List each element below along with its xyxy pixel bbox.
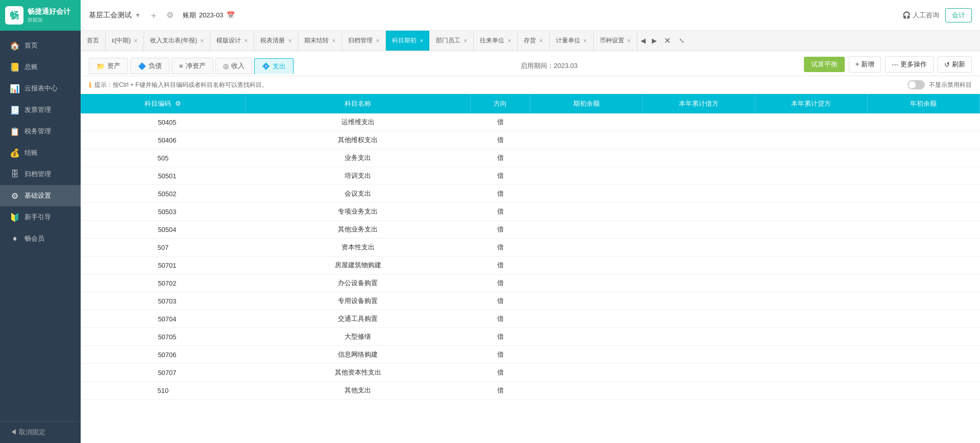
tab-archive_mgmt[interactable]: 归档管理× [342,31,386,51]
sidebar-item-ledger[interactable]: 📒 总账 [0,56,81,78]
company-selector[interactable]: 基层工会测试 ▼ [89,11,141,20]
cell-opening-15 [530,382,643,400]
more-button[interactable]: ⋯ 更多操作 [885,56,934,73]
cell-opening-13 [530,346,643,364]
cell-code-10: 50703 [81,292,246,310]
sidebar-item-invoice[interactable]: 🧾 发票管理 [0,99,81,121]
tab-close-unit[interactable]: × [583,37,587,44]
tab-tax[interactable]: 税表清册× [254,31,298,51]
tab-close-all[interactable]: ✕ [660,31,675,51]
tab-annual[interactable]: 收入支出表(年报)× [144,31,210,51]
gear-icon[interactable]: ⚙ [175,100,181,107]
balance-button[interactable]: 试算平衡 [804,57,845,72]
tab-close-tax[interactable]: × [288,37,291,44]
cell-code-1: 50406 [81,131,246,149]
sidebar-item-reports[interactable]: 📊 云报表中心 [0,78,81,99]
cell-name-2: 业务支出 [246,149,470,167]
refresh-icon: ↺ [944,61,950,68]
cell-name-5: 专项业务支出 [246,203,470,221]
cell-ytd-credit-8 [755,257,867,274]
cell-direction-13: 借 [470,346,530,364]
tab-close-archive_mgmt[interactable]: × [376,37,379,44]
tab-unit[interactable]: 计量单位× [550,31,594,51]
refresh-button[interactable]: ↺ 刷新 [938,56,972,73]
tab-close-dept[interactable]: × [463,37,467,44]
subtab-asset[interactable]: 📁 资产 [89,58,128,74]
subtab-net_asset[interactable]: ≡ 净资产 [172,58,213,74]
cell-ytd-credit-7 [755,239,867,257]
sidebar-item-closing[interactable]: 💰 结账 [0,142,81,164]
cell-ytd-debit-10 [643,292,755,310]
cell-name-3: 培训支出 [246,167,470,185]
cell-ytd-credit-6 [755,221,867,239]
tab-subject_init[interactable]: 科目期初× [386,31,430,51]
cell-year-open-9 [867,274,979,292]
tab-home[interactable]: 首页 [81,31,106,51]
closing-icon: 💰 [10,148,19,157]
cell-name-7: 资本性支出 [246,239,470,257]
tipbar-right: 不显示禁用科目 [908,80,972,89]
sidebar-item-guide[interactable]: 🔰 新手引导 [0,206,81,228]
sidebar-label-archive: 归档管理 [24,170,51,179]
cell-name-1: 其他维权支出 [246,131,470,149]
cell-code-14: 50707 [81,364,246,382]
tab-close-template[interactable]: × [244,37,248,44]
cell-year-open-5 [867,203,979,221]
tab-close-inventory[interactable]: × [539,37,543,44]
disable-toggle[interactable] [908,80,925,89]
cell-ytd-credit-12 [755,328,867,346]
main-area: 基层工会测试 ▼ ＋ ⚙ 账期 2023-03 📅 🎧 人工咨询 会计 首页ε(… [81,0,980,443]
subtab-label-net_asset: 净资产 [186,61,206,71]
cell-code-9: 50702 [81,274,246,292]
liability-tab-icon: 🔷 [138,62,146,70]
support-button[interactable]: 🎧 人工咨询 [902,11,939,20]
sidebar-item-tax[interactable]: 📋 税务管理 [0,121,81,142]
sidebar-item-home[interactable]: 🏠 首页 [0,35,81,56]
table-row: 50503 专项业务支出 借 [81,203,980,221]
sidebar-footer[interactable]: ◀ 取消固定 [0,421,81,443]
period-display: 账期 2023-03 📅 [183,11,235,20]
tab-mid[interactable]: ε(中期)× [106,31,144,51]
sidebar-item-settings[interactable]: ⚙ 基础设置 [0,185,81,206]
tab-close-partner[interactable]: × [507,37,511,44]
net_asset-tab-icon: ≡ [179,62,183,70]
tab-close-currency[interactable]: × [627,37,631,44]
tab-close-annual[interactable]: × [200,37,204,44]
user-role-button[interactable]: 会计 [945,8,972,22]
tab-label-annual: 收入支出表(年报) [150,36,197,45]
company-name: 基层工会测试 [89,11,132,20]
cell-name-0: 运维维支出 [246,113,470,131]
tab-expand[interactable]: ⤡ [675,31,689,51]
tab-close-subject_init[interactable]: × [420,37,423,44]
subtab-income[interactable]: ◎ 收入 [215,58,252,74]
tab-inventory[interactable]: 存货× [518,31,549,51]
tab-currency[interactable]: 币种设置× [594,31,638,51]
home-icon: 🏠 [10,41,19,50]
subtab-label-asset: 资产 [107,61,120,71]
tab-template[interactable]: 模版设计× [210,31,254,51]
sidebar-item-member[interactable]: ♦ 畅会员 [0,228,81,249]
tab-closing[interactable]: 期末结转× [298,31,342,51]
cell-ytd-debit-5 [643,203,755,221]
cell-year-open-10 [867,292,979,310]
tab-close-mid[interactable]: × [134,37,137,44]
add-tab-button[interactable]: ＋ [146,9,161,21]
cell-ytd-credit-0 [755,113,867,131]
sidebar-item-archive[interactable]: 🗄 归档管理 [0,164,81,185]
settings-icon[interactable]: ⚙ [166,10,174,20]
cell-ytd-credit-2 [755,149,867,167]
add-button[interactable]: + 新增 [849,56,881,73]
tab-nav-right[interactable]: ▶ [649,31,660,51]
subtab-liability[interactable]: 🔷 负债 [130,58,169,74]
tab-label-template: 模版设计 [216,36,241,45]
sidebar-label-tax: 税务管理 [24,127,51,136]
subtab-expense[interactable]: 💠 支出 [254,58,293,74]
tab-dept[interactable]: 部门员工× [430,31,474,51]
tab-partner[interactable]: 往来单位× [474,31,518,51]
cell-code-8: 50701 [81,257,246,274]
calendar-icon[interactable]: 📅 [227,11,235,19]
tab-nav-left[interactable]: ◀ [638,31,649,51]
sidebar-label-guide: 新手引导 [24,213,51,222]
tab-label-mid: ε(中期) [112,36,131,45]
tab-close-closing[interactable]: × [332,37,335,44]
